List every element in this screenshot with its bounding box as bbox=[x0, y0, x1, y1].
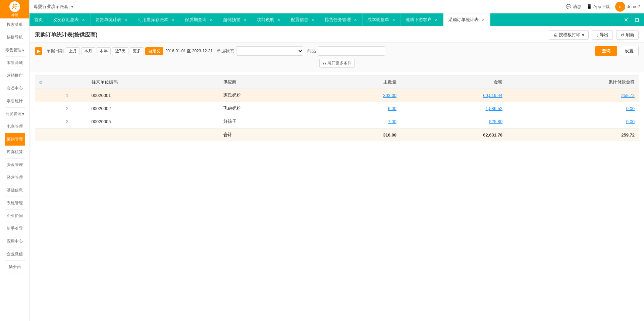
goods-filter-group: 商品 ··· bbox=[307, 46, 391, 56]
tab-receive_summary[interactable]: 收发存汇总表✕ bbox=[48, 13, 91, 26]
message-icon: 💬 bbox=[566, 4, 571, 9]
row-amount-1[interactable]: 1,586.52 bbox=[400, 102, 506, 115]
row-code-1: 00020002 bbox=[88, 102, 220, 115]
tab-pick_task[interactable]: 拣货任务管理✕ bbox=[320, 13, 363, 26]
row-qty-2[interactable]: 7.00 bbox=[318, 115, 400, 128]
sidebar-item-basic_info[interactable]: 基础信息 bbox=[5, 184, 25, 197]
date-btn-this-month[interactable]: 本月 bbox=[81, 47, 95, 55]
main-area: 母婴行业演示账套 ▾ 💬 消息 📱 App下载 d demo2 首页收发存汇总表… bbox=[30, 0, 644, 321]
col-supplier-name: 供应商 bbox=[219, 76, 318, 89]
tab-invite_downstream[interactable]: 邀请下游客户✕ bbox=[401, 13, 443, 26]
sidebar-item-inventory_check[interactable]: 库存核算 bbox=[5, 146, 25, 159]
sidebar-item-new_guide[interactable]: 新手引导 bbox=[5, 222, 25, 235]
filter-toggle-btn[interactable]: ▶ bbox=[35, 47, 42, 55]
row-paid-0[interactable]: 259.72 bbox=[506, 89, 639, 102]
row-amount-2[interactable]: 525.80 bbox=[400, 115, 506, 128]
export-icon: ↓ bbox=[596, 33, 599, 38]
tab-cost_adjust[interactable]: 成本调整单✕ bbox=[363, 13, 401, 26]
row-paid-1[interactable]: 0.00 bbox=[506, 102, 639, 115]
sidebar-item-retail_mgmt[interactable]: 零售管理 ▾ bbox=[5, 44, 25, 57]
tab-close-overstock[interactable]: ✕ bbox=[243, 17, 247, 22]
tab-config_info[interactable]: 配置信息✕ bbox=[286, 13, 320, 26]
tab-order_summary[interactable]: 要货单统计表✕ bbox=[91, 13, 133, 26]
sidebar-item-wholesale_mgmt[interactable]: 批发管理 ▾ bbox=[5, 108, 25, 120]
row-paid-2[interactable]: 0.00 bbox=[506, 115, 639, 128]
tab-close-invite_downstream[interactable]: ✕ bbox=[434, 17, 438, 22]
tab-close-shelf_life[interactable]: ✕ bbox=[209, 17, 213, 22]
sidebar-item-retail_stats[interactable]: 零售统计 bbox=[5, 95, 25, 108]
row-settings-2 bbox=[35, 115, 47, 128]
row-seq-2: 3 bbox=[47, 115, 88, 128]
table-row: 3 00020005 好孩子 7.00 525.80 0.00 bbox=[35, 115, 639, 128]
tab-close-receive_summary[interactable]: ✕ bbox=[81, 17, 86, 22]
message-btn[interactable]: 💬 消息 bbox=[566, 4, 581, 10]
sidebar-item-quick_nav[interactable]: 快捷导航 bbox=[5, 31, 25, 44]
sidebar-item-operations_mgmt[interactable]: 经营管理 bbox=[5, 171, 25, 184]
print-icon: 🖨 bbox=[553, 33, 557, 38]
tab-label-cost_adjust: 成本调整单 bbox=[367, 17, 389, 23]
print-btn[interactable]: 🖨 按模板打印 ▾ bbox=[549, 30, 589, 40]
tab-close-cost_adjust[interactable]: ✕ bbox=[391, 17, 396, 22]
table-header-row: ⚙ 往来单位编码 供应商 主数量 金额 累计付款金额 bbox=[35, 76, 639, 89]
settings-btn[interactable]: 设置 bbox=[620, 46, 639, 56]
sidebar-item-marketing[interactable]: 营销推广 bbox=[5, 69, 25, 82]
row-code-2: 00020005 bbox=[88, 115, 220, 128]
tab-purchase_summary[interactable]: 采购订单统计表✕ bbox=[443, 13, 490, 26]
tab-stock_book[interactable]: 可用量库存账本✕ bbox=[133, 13, 180, 26]
row-qty-1[interactable]: 6.00 bbox=[318, 102, 400, 115]
user-menu-btn[interactable]: d demo2 bbox=[615, 2, 640, 12]
goods-more-icon[interactable]: ··· bbox=[387, 48, 391, 54]
row-amount-0[interactable]: 60,519.44 bbox=[400, 89, 506, 102]
close-tab-btn[interactable]: ✕ bbox=[621, 15, 631, 24]
column-settings-icon[interactable]: ⚙ bbox=[39, 80, 43, 85]
sidebar-item-finance_mgmt[interactable]: 资金管理 bbox=[5, 159, 25, 171]
refresh-btn[interactable]: ↺ 刷新 bbox=[616, 30, 639, 40]
tab-label-stock_book: 可用量库存账本 bbox=[138, 17, 168, 23]
date-btn-custom[interactable]: 自定义 bbox=[145, 47, 163, 55]
tab-overstock[interactable]: 超储预警✕ bbox=[218, 13, 252, 26]
sidebar-item-search[interactable]: 搜索菜单 bbox=[5, 18, 25, 31]
footer-qty: 316.00 bbox=[318, 128, 400, 141]
tab-close-function_desc[interactable]: ✕ bbox=[276, 17, 281, 22]
filter-area: ▶ 单据日期 上月 本月 本年 近7天 更多 自定义 2016-01-01 至 … bbox=[30, 43, 644, 71]
page-header: 采购订单统计表(按供应商) 🖨 按模板打印 ▾ ↓ 导出 ↺ 刷新 bbox=[30, 26, 644, 43]
date-range-display: 2016-01-01 至 2023-12-31 bbox=[165, 48, 213, 54]
sidebar-item-member_center[interactable]: 会员中心 bbox=[5, 82, 25, 95]
sidebar-item-system_mgmt[interactable]: 系统管理 bbox=[5, 197, 25, 210]
row-code-0: 00020001 bbox=[88, 89, 220, 102]
tab-close-pick_task[interactable]: ✕ bbox=[353, 17, 358, 22]
expand-filter-btn[interactable]: ▾▾ 展开更多条件 bbox=[319, 59, 355, 68]
date-btn-7days[interactable]: 近7天 bbox=[112, 47, 128, 55]
workspace-selector[interactable]: 母婴行业演示账套 ▾ bbox=[34, 4, 73, 10]
sidebar-item-retail_mall[interactable]: 零售商城 bbox=[5, 57, 25, 69]
tab-label-config_info: 配置信息 bbox=[291, 17, 308, 23]
print-label: 按模板打印 bbox=[559, 32, 581, 38]
goods-input[interactable] bbox=[318, 46, 385, 56]
sidebar-item-enterprise_collab[interactable]: 企业协同 bbox=[5, 210, 25, 222]
tab-label-shelf_life: 保质期查询 bbox=[185, 17, 207, 23]
row-qty-0[interactable]: 303.00 bbox=[318, 89, 400, 102]
maximize-tab-btn[interactable]: ⊡ bbox=[632, 15, 641, 24]
table-container: ⚙ 往来单位编码 供应商 主数量 金额 累计付款金额 1 00020001 惠氏… bbox=[30, 71, 644, 145]
export-btn[interactable]: ↓ 导出 bbox=[592, 30, 613, 40]
app-download-btn[interactable]: 📱 App下载 bbox=[587, 4, 610, 10]
tab-function_desc[interactable]: 功能说明✕ bbox=[252, 13, 286, 26]
sidebar-item-purchase_mgmt[interactable]: 采购管理 bbox=[5, 133, 25, 146]
sidebar-item-ecommerce_mgmt[interactable]: 电商管理 bbox=[5, 120, 25, 133]
app-logo[interactable]: 好 标版 bbox=[0, 0, 30, 18]
sidebar-item-enterprise_wechat[interactable]: 企业微信 bbox=[5, 248, 25, 261]
sidebar-item-app_center[interactable]: 应用中心 bbox=[5, 235, 25, 248]
tab-close-order_summary[interactable]: ✕ bbox=[123, 17, 128, 22]
tab-home[interactable]: 首页 bbox=[30, 13, 48, 26]
query-btn[interactable]: 查询 bbox=[595, 46, 617, 56]
date-btn-last-month[interactable]: 上月 bbox=[66, 47, 80, 55]
col-paid-amount: 累计付款金额 bbox=[506, 76, 639, 89]
date-btn-more[interactable]: 更多 bbox=[130, 47, 144, 55]
tab-close-stock_book[interactable]: ✕ bbox=[170, 17, 175, 22]
tab-close-config_info[interactable]: ✕ bbox=[310, 17, 315, 22]
status-select[interactable] bbox=[236, 46, 303, 56]
sidebar-item-vip_member[interactable]: 畅会员 bbox=[5, 261, 25, 273]
date-btn-this-year[interactable]: 本年 bbox=[97, 47, 111, 55]
tab-close-purchase_summary[interactable]: ✕ bbox=[481, 17, 485, 22]
tab-shelf_life[interactable]: 保质期查询✕ bbox=[180, 13, 218, 26]
